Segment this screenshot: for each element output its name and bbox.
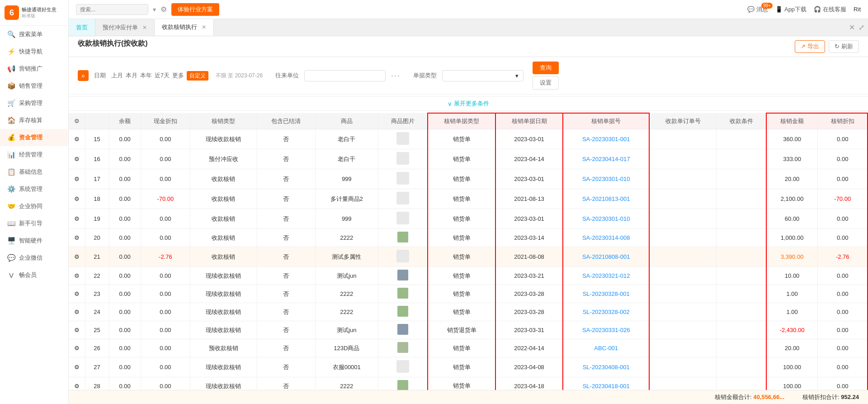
sidebar-item-基础信息[interactable]: 📋基础信息 — [0, 163, 68, 181]
cell-receipt-condition — [717, 321, 766, 339]
sidebar-logo: 6 畅捷通谱好生意 标准版 — [0, 0, 68, 26]
cell-gear[interactable]: ⚙ — [69, 377, 85, 390]
sidebar-item-畅会员[interactable]: V畅会员 — [0, 266, 68, 284]
cell-receipt-condition — [717, 303, 766, 321]
cell-gear[interactable]: ⚙ — [69, 321, 85, 339]
cell-gear[interactable]: ⚙ — [69, 209, 85, 229]
cell-gear[interactable]: ⚙ — [69, 247, 85, 267]
sidebar-item-快捷导航[interactable]: ⚡快捷导航 — [0, 43, 68, 60]
col-header-gear[interactable]: ⚙ — [69, 113, 85, 129]
cell-gear[interactable]: ⚙ — [69, 339, 85, 357]
tab-close-2[interactable]: ✕ — [202, 24, 206, 30]
online-service-button[interactable]: 🎧 在线客服 — [814, 5, 846, 14]
sidebar-item-营销推广[interactable]: 📢营销推广 — [0, 60, 68, 77]
search-button[interactable]: 查询 — [533, 62, 559, 74]
bill-no-link[interactable]: SA-20230331-026 — [582, 327, 630, 333]
counterpart-input[interactable] — [304, 70, 386, 81]
export-button[interactable]: ↗ 导出 — [795, 40, 825, 53]
bill-no-link[interactable]: SL-20230408-001 — [583, 364, 630, 371]
bill-no-link[interactable]: SL-20230328-001 — [583, 290, 630, 297]
topbar-dropdown-icon[interactable]: ▾ — [153, 6, 156, 13]
sidebar-label-10: 企业协同 — [19, 202, 42, 210]
expand-more-button[interactable]: ∨ 展开更多条件 — [69, 96, 868, 111]
cell-goods-image — [378, 339, 428, 357]
row-gear-icon[interactable]: ⚙ — [74, 253, 80, 260]
col-header-receipt-condition: 收款条件 — [717, 113, 766, 129]
cell-gear[interactable]: ⚙ — [69, 129, 85, 149]
industry-solution-button[interactable]: 体验行业方案 — [171, 3, 219, 16]
row-gear-icon[interactable]: ⚙ — [74, 364, 80, 371]
tab-预付冲应付单[interactable]: 预付冲应付单✕ — [95, 19, 155, 36]
bill-no-link[interactable]: ABC-001 — [594, 345, 618, 352]
bill-no-link[interactable]: SL-20230418-001 — [583, 383, 630, 390]
row-gear-icon[interactable]: ⚙ — [74, 136, 80, 143]
main-area: ▾ ⚙ 体验行业方案 💬 消息 99+ 📱 App下载 🎧 在线客服 Rit 首… — [69, 0, 868, 404]
cell-bill-no: SA-20230301-001 — [563, 129, 649, 149]
cell-gear[interactable]: ⚙ — [69, 189, 85, 209]
sidebar-item-资金管理[interactable]: 💰资金管理 — [0, 129, 68, 146]
topbar-search-input[interactable] — [76, 4, 148, 15]
user-profile[interactable]: Rit — [854, 6, 861, 13]
bill-no-link[interactable]: SA-20230314-008 — [582, 234, 630, 241]
row-gear-icon[interactable]: ⚙ — [74, 156, 80, 162]
sidebar-item-系统管理[interactable]: ⚙️系统管理 — [0, 181, 68, 198]
sidebar-item-搜索菜单[interactable]: 🔍搜索菜单 — [0, 26, 68, 43]
bill-no-link[interactable]: SA-20230301-001 — [582, 136, 630, 143]
counterpart-more-icon[interactable]: ··· — [391, 71, 401, 81]
maximize-icon[interactable]: ⤢ — [859, 23, 864, 32]
row-gear-icon[interactable]: ⚙ — [74, 234, 80, 241]
bill-no-link[interactable]: SA-20230301-010 — [582, 215, 630, 222]
cell-gear[interactable]: ⚙ — [69, 267, 85, 285]
sidebar-item-经营管理[interactable]: 📊经营管理 — [0, 146, 68, 163]
settings-button[interactable]: 设置 — [533, 76, 559, 90]
cell-gear[interactable]: ⚙ — [69, 229, 85, 247]
sidebar-item-库存核算[interactable]: 🏠库存核算 — [0, 112, 68, 129]
sidebar-item-采购管理[interactable]: 🛒采购管理 — [0, 95, 68, 112]
tab-收款核销执行[interactable]: 收款核销执行✕ — [155, 19, 214, 36]
cell-gear[interactable]: ⚙ — [69, 169, 85, 189]
date-last-month[interactable]: 上月 — [111, 71, 123, 80]
filter-collapse-button[interactable]: » — [78, 70, 89, 81]
bill-no-link[interactable]: SL-20230328-002 — [583, 309, 630, 315]
row-gear-icon[interactable]: ⚙ — [74, 215, 80, 222]
tab-首页[interactable]: 首页 — [69, 19, 95, 36]
date-more[interactable]: 更多 — [172, 71, 184, 80]
cell-gear[interactable]: ⚙ — [69, 357, 85, 377]
date-this-month[interactable]: 本月 — [126, 71, 137, 80]
sidebar-icon-1: ⚡ — [7, 48, 15, 56]
cell-receipt-condition — [717, 229, 766, 247]
bill-no-link[interactable]: SA-20230414-017 — [582, 156, 630, 162]
message-button[interactable]: 💬 消息 99+ — [747, 5, 768, 14]
filter-bar: » 日期 上月 本月 本年 近7天 更多 自定义 不限 至 2023-07-26… — [69, 57, 868, 95]
row-gear-icon[interactable]: ⚙ — [74, 309, 80, 315]
bill-no-link[interactable]: SA-20230301-010 — [582, 176, 630, 182]
cell-gear[interactable]: ⚙ — [69, 149, 85, 169]
sidebar-item-销售管理[interactable]: 📦销售管理 — [0, 77, 68, 95]
sidebar-item-智能硬件[interactable]: 🖥️智能硬件 — [0, 232, 68, 249]
bill-type-select[interactable]: ▾ — [442, 70, 524, 81]
sidebar-item-企业微信[interactable]: 💬企业微信 — [0, 249, 68, 266]
row-gear-icon[interactable]: ⚙ — [74, 195, 80, 202]
topbar-gear-icon[interactable]: ⚙ — [160, 5, 167, 14]
bill-no-link[interactable]: SA-20210813-001 — [582, 195, 630, 202]
sidebar-item-新手引导[interactable]: 📖新手引导 — [0, 215, 68, 232]
table-row: ⚙ 19 0.00 0.00 收款核销 否 999 销货单 2023-03-01… — [69, 209, 868, 229]
date-custom-button[interactable]: 自定义 — [187, 71, 208, 81]
row-gear-icon[interactable]: ⚙ — [74, 327, 80, 333]
bill-no-link[interactable]: SA-20230321-012 — [582, 272, 630, 279]
tab-close-1[interactable]: ✕ — [142, 24, 147, 31]
close-tab-icon[interactable]: ✕ — [849, 23, 855, 32]
date-7days[interactable]: 近7天 — [155, 71, 170, 80]
cell-gear[interactable]: ⚙ — [69, 303, 85, 321]
refresh-button[interactable]: ↻ 刷新 — [829, 40, 859, 53]
row-gear-icon[interactable]: ⚙ — [74, 176, 80, 182]
bill-no-link[interactable]: SA-20210808-001 — [582, 253, 630, 260]
cell-gear[interactable]: ⚙ — [69, 285, 85, 303]
row-gear-icon[interactable]: ⚙ — [74, 272, 80, 279]
row-gear-icon[interactable]: ⚙ — [74, 290, 80, 297]
app-download-button[interactable]: 📱 App下载 — [775, 5, 807, 14]
sidebar-item-企业协同[interactable]: 🤝企业协同 — [0, 198, 68, 215]
date-this-year[interactable]: 本年 — [140, 71, 152, 80]
row-gear-icon[interactable]: ⚙ — [74, 345, 80, 352]
row-gear-icon[interactable]: ⚙ — [74, 383, 80, 390]
